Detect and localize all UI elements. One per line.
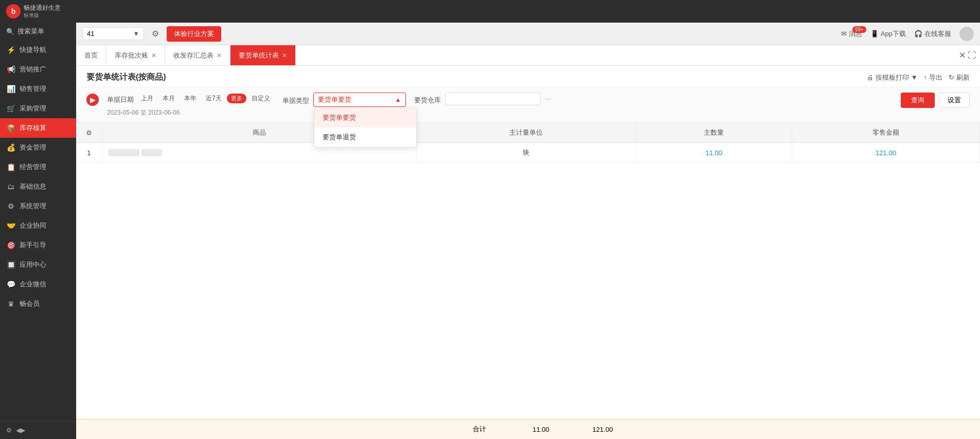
app-download-label: App下载 [881, 29, 906, 39]
more-dates-btn[interactable]: 更多 [227, 94, 246, 103]
sidebar-item-app-center[interactable]: 🔲 应用中心 [0, 255, 76, 275]
sidebar-item-label: 经营管理 [20, 162, 46, 172]
type-dropdown: 要货单要货 要货单退货 [314, 107, 417, 148]
print-template-label: 按模板打印 [876, 73, 909, 82]
date-filter-group: 单据日期 上月 本月 本年 近7天 更多 自定义 2023-05-06 至 20… [107, 93, 274, 117]
tab-close-requisition-stats[interactable]: ✕ [282, 52, 287, 59]
store-selector[interactable]: 41 ▼ [82, 27, 144, 40]
sidebar-item-sales[interactable]: 📊 销售管理 [0, 79, 76, 99]
logo-text: 畅捷通好生意 标准版 [24, 4, 61, 19]
sales-icon: 📊 [6, 84, 15, 94]
tab-receive-summary[interactable]: 收发存汇总表 ✕ [165, 45, 230, 65]
export-icon: ↑ [924, 74, 928, 81]
tabs-right: ✕ ⛶ [959, 50, 980, 60]
print-template-btn[interactable]: 🖨 按模板打印 ▼ [867, 73, 918, 82]
sidebar-item-enterprise-wechat[interactable]: 💬 企业微信 [0, 275, 76, 294]
tab-close-receive-summary[interactable]: ✕ [217, 52, 222, 59]
sidebar-item-label: 营销推广 [20, 65, 46, 74]
col-gear-icon[interactable]: ⚙ [86, 129, 92, 137]
filter-action-btns: 查询 设置 [901, 93, 970, 108]
marketing-icon: 📢 [6, 65, 15, 74]
collapse-icon[interactable]: ◀▶ [16, 427, 25, 434]
sidebar-item-label: 销售管理 [20, 84, 46, 94]
sidebar-item-inventory[interactable]: 📦 库存核算 [0, 118, 76, 138]
tab-inventory-batch[interactable]: 库存批次账 ✕ [106, 45, 165, 65]
user-avatar[interactable] [959, 27, 974, 41]
query-button[interactable]: 查询 [901, 93, 935, 108]
tab-close-inventory-batch[interactable]: ✕ [151, 52, 156, 59]
sidebar-item-marketing[interactable]: 📢 营销推广 [0, 60, 76, 79]
enterprise-wechat-icon: 💬 [6, 280, 15, 289]
sidebar-search[interactable]: 🔍 搜索菜单 [0, 23, 76, 40]
messages-btn[interactable]: ✉ 消息 99+ [841, 29, 862, 39]
date-filter-label: 单据日期 [107, 93, 134, 104]
footer-quantity: 11.00 [510, 426, 572, 433]
table-container: ⚙ 商品 主计量单位 主数量 零售金额 1 [76, 123, 980, 419]
finance-icon: 💰 [6, 143, 15, 152]
custom-date-btn[interactable]: 自定义 [247, 93, 274, 104]
table-header-row: ⚙ 商品 主计量单位 主数量 零售金额 [76, 123, 980, 143]
sidebar-item-purchase[interactable]: 🛒 采购管理 [0, 99, 76, 118]
warehouse-more-icon[interactable]: ··· [545, 95, 551, 104]
last-7-days-btn[interactable]: 近7天 [202, 93, 226, 104]
messages-icon: ✉ [841, 30, 847, 38]
sidebar-item-label: 快捷导航 [20, 45, 46, 54]
export-btn[interactable]: ↑ 导出 [924, 73, 943, 82]
app-download-btn[interactable]: 📱 App下载 [870, 29, 906, 39]
purchase-icon: 🛒 [6, 104, 15, 113]
tab-close-all-icon[interactable]: ✕ [959, 50, 966, 60]
operations-icon: 📋 [6, 162, 15, 172]
page-title-bar: 要货单统计表(按商品) 🖨 按模板打印 ▼ ↑ 导出 ↻ 刷新 [76, 66, 980, 87]
sidebar-item-label: 采购管理 [20, 104, 46, 113]
footer-label: 合计 [449, 425, 510, 434]
sidebar-item-label: 企业微信 [20, 280, 46, 289]
sidebar-item-basic-info[interactable]: 🗂 基础信息 [0, 177, 76, 196]
product-placeholder-2 [141, 149, 162, 156]
this-year-btn[interactable]: 本年 [180, 93, 201, 104]
settings-button[interactable]: 设置 [939, 93, 970, 108]
this-month-btn[interactable]: 本月 [158, 93, 179, 104]
cell-index: 1 [76, 143, 102, 163]
store-selector-value: 41 [87, 30, 94, 38]
search-icon: 🔍 [6, 28, 14, 35]
sidebar-item-finance[interactable]: 💰 资金管理 [0, 138, 76, 157]
warehouse-input[interactable] [445, 93, 541, 105]
cell-quantity: 11.00 [636, 143, 792, 163]
last-month-btn[interactable]: 上月 [137, 93, 157, 104]
dropdown-item-requisition[interactable]: 要货单要货 [314, 108, 416, 127]
type-selector[interactable]: 要货单要货 ▲ 要货单要货 要货单退货 [313, 93, 406, 107]
product-placeholder-1 [109, 149, 139, 156]
cell-unit: 块 [416, 143, 636, 163]
sidebar-item-label: 资金管理 [20, 143, 46, 152]
cell-amount: 121.00 [792, 143, 979, 163]
refresh-btn[interactable]: ↻ 刷新 [949, 73, 970, 82]
sidebar-item-operations[interactable]: 📋 经营管理 [0, 157, 76, 177]
trial-button[interactable]: 体验行业方案 [167, 26, 221, 42]
dropdown-item-return[interactable]: 要货单退货 [314, 127, 416, 147]
sidebar-item-enterprise-coop[interactable]: 🤝 企业协同 [0, 216, 76, 235]
col-quantity-header: 主数量 [636, 123, 792, 143]
sidebar-item-system[interactable]: ⚙ 系统管理 [0, 196, 76, 216]
online-service-btn[interactable]: 🎧 在线客服 [914, 29, 951, 39]
quick-nav-icon: ⚡ [6, 45, 15, 54]
sidebar-item-new-guide[interactable]: 🎯 新手引导 [0, 235, 76, 255]
tab-home[interactable]: 首页 [76, 45, 106, 65]
main-layout: 🔍 搜索菜单 ⚡ 快捷导航 📢 营销推广 📊 销售管理 🛒 采购管理 📦 库存核… [0, 23, 980, 439]
toolbar-gear-icon[interactable]: ⚙ [148, 27, 163, 41]
filter-expand-btn[interactable]: ▶ [86, 94, 99, 106]
tab-requisition-stats[interactable]: 要货单统计表 ✕ [230, 45, 296, 65]
total-label: 合计 [473, 425, 486, 433]
settings-icon[interactable]: ⚙ [6, 427, 12, 434]
quantity-link[interactable]: 11.00 [706, 149, 723, 157]
table-row: 1 块 11.00 [76, 143, 980, 163]
second-header: 41 ▼ ⚙ 体验行业方案 ✉ 消息 99+ 📱 App下载 🎧 在线客服 [76, 23, 980, 45]
refresh-icon: ↻ [949, 74, 954, 81]
sidebar-item-vip[interactable]: ♛ 畅会员 [0, 294, 76, 314]
table-body: 1 块 11.00 [76, 143, 980, 163]
type-filter-label: 单据类型 [282, 94, 309, 105]
amount-link[interactable]: 121.00 [876, 149, 896, 157]
sidebar-item-quick-nav[interactable]: ⚡ 快捷导航 [0, 40, 76, 60]
total-quantity: 11.00 [532, 426, 549, 433]
tab-expand-icon[interactable]: ⛶ [968, 51, 976, 60]
col-gear-header: ⚙ [76, 123, 102, 143]
